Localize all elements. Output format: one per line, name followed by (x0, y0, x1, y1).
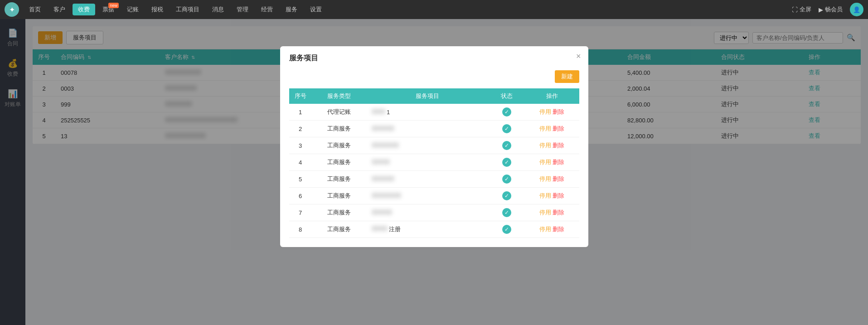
nav-home[interactable]: 首页 (24, 4, 46, 15)
modal-cell-type: 工商服务 (312, 171, 366, 188)
status-active-icon: ✓ (502, 225, 511, 234)
modal-col-op: 操作 (525, 88, 579, 104)
modal-cell-status: ✓ (489, 137, 525, 154)
modal-overlay: 服务项目 × 新建 序号 服务类型 服务项目 (25, 19, 868, 325)
user-avatar[interactable]: 👤 (850, 3, 863, 16)
status-active-icon: ✓ (502, 107, 511, 116)
delete-button[interactable]: 删除 (553, 209, 564, 217)
modal-col-seq: 序号 (289, 88, 312, 104)
modal-cell-type: 工商服务 (312, 221, 366, 238)
service-table: 序号 服务类型 服务项目 状态 操作 1 (289, 88, 579, 238)
app-logo: ✦ (5, 2, 19, 17)
modal-col-type: 服务类型 (312, 88, 366, 104)
modal-cell-type: 工商服务 (312, 121, 366, 137)
delete-button[interactable]: 删除 (553, 158, 564, 166)
stop-button[interactable]: 停用 (539, 225, 551, 233)
modal-body: 序号 服务类型 服务项目 状态 操作 1 (280, 88, 588, 247)
list-item: 1 代理记账 1 ✓ 停用 删除 (289, 104, 579, 121)
nav-shoufei[interactable]: 收费 (73, 4, 95, 15)
modal-cell-seq: 2 (289, 121, 312, 137)
service-modal: 服务项目 × 新建 序号 服务类型 服务项目 (280, 46, 588, 247)
modal-cell-seq: 1 (289, 104, 312, 121)
status-active-icon: ✓ (502, 124, 511, 133)
modal-cell-seq: 3 (289, 137, 312, 154)
modal-cell-item (366, 171, 489, 188)
nav-jizhang[interactable]: 记账 (121, 4, 144, 15)
status-active-icon: ✓ (502, 191, 511, 200)
list-item: 6 工商服务 ✓ 停用 删除 (289, 188, 579, 204)
delete-button[interactable]: 删除 (553, 108, 564, 116)
modal-cell-item (366, 154, 489, 171)
list-item: 3 工商服务 ✓ 停用 删除 (289, 137, 579, 154)
nav-client[interactable]: 客户 (48, 4, 71, 15)
modal-cell-type: 工商服务 (312, 154, 366, 171)
delete-button[interactable]: 删除 (553, 192, 564, 200)
modal-cell-item: 注册 (366, 221, 489, 238)
modal-cell-status: ✓ (489, 188, 525, 204)
modal-cell-item (366, 121, 489, 137)
modal-cell-seq: 5 (289, 171, 312, 188)
content-area: 新增 服务项目 进行中 全部 已完成 已终止 🔍 序号 (25, 19, 868, 325)
modal-cell-op: 停用 删除 (525, 121, 579, 137)
status-active-icon: ✓ (502, 208, 511, 217)
main-layout: 📄 合同 💰 收费 📊 对账单 新增 服务项目 进行中 全部 已完成 (0, 19, 868, 325)
logo-icon: ✦ (9, 5, 15, 14)
modal-cell-item (366, 204, 489, 221)
service-table-body: 1 代理记账 1 ✓ 停用 删除 (289, 104, 579, 238)
service-header-row: 序号 服务类型 服务项目 状态 操作 (289, 88, 579, 104)
list-item: 4 工商服务 ✓ 停用 删除 (289, 154, 579, 171)
vip-action[interactable]: ▶ 畅会员 (819, 5, 843, 14)
modal-cell-status: ✓ (489, 121, 525, 137)
new-badge: new (108, 3, 119, 8)
modal-cell-type: 代理记账 (312, 104, 366, 121)
modal-cell-status: ✓ (489, 171, 525, 188)
modal-cell-op: 停用 删除 (525, 204, 579, 221)
stop-button[interactable]: 停用 (539, 125, 551, 133)
list-item: 8 工商服务 注册 ✓ 停用 删除 (289, 221, 579, 238)
modal-new-button[interactable]: 新建 (555, 70, 579, 83)
stop-button[interactable]: 停用 (539, 192, 551, 200)
modal-cell-item (366, 137, 489, 154)
modal-cell-type: 工商服务 (312, 137, 366, 154)
list-item: 7 工商服务 ✓ 停用 删除 (289, 204, 579, 221)
modal-cell-op: 停用 删除 (525, 137, 579, 154)
modal-cell-op: 停用 删除 (525, 154, 579, 171)
status-active-icon: ✓ (502, 158, 511, 167)
stop-button[interactable]: 停用 (539, 141, 551, 150)
modal-cell-seq: 7 (289, 204, 312, 221)
avatar-icon: 👤 (853, 6, 860, 13)
delete-button[interactable]: 删除 (553, 125, 564, 133)
stop-button[interactable]: 停用 (539, 209, 551, 217)
stop-button[interactable]: 停用 (539, 108, 551, 116)
modal-cell-seq: 6 (289, 188, 312, 204)
list-item: 2 工商服务 ✓ 停用 删除 (289, 121, 579, 137)
vip-icon: ▶ (819, 6, 823, 13)
delete-button[interactable]: 删除 (553, 175, 564, 183)
modal-cell-status: ✓ (489, 154, 525, 171)
modal-cell-seq: 4 (289, 154, 312, 171)
nav-jingying[interactable]: 经营 (256, 4, 278, 15)
nav-baoshui[interactable]: 报税 (146, 4, 169, 15)
nav-menu: 首页 客户 收费 票据 new 记账 报税 工商项目 消息 管理 经营 服务 设… (24, 4, 327, 15)
service-table-header: 序号 服务类型 服务项目 状态 操作 (289, 88, 579, 104)
status-active-icon: ✓ (502, 175, 511, 184)
delete-button[interactable]: 删除 (553, 141, 564, 150)
list-item: 5 工商服务 ✓ 停用 删除 (289, 171, 579, 188)
modal-cell-status: ✓ (489, 104, 525, 121)
stop-button[interactable]: 停用 (539, 175, 551, 183)
nav-xiaoxi[interactable]: 消息 (207, 4, 229, 15)
nav-right-actions: ⛶ 全屏 ▶ 畅会员 👤 (792, 3, 863, 16)
nav-gongshang[interactable]: 工商项目 (170, 4, 205, 15)
delete-button[interactable]: 删除 (553, 225, 564, 233)
nav-piao[interactable]: 票据 new (97, 4, 120, 15)
status-active-icon: ✓ (502, 141, 511, 150)
nav-guanli[interactable]: 管理 (231, 4, 254, 15)
modal-cell-item: 1 (366, 104, 489, 121)
top-navigation: ✦ 首页 客户 收费 票据 new 记账 报税 工商项目 消息 管理 经营 服务… (0, 0, 868, 19)
modal-cell-op: 停用 删除 (525, 221, 579, 238)
fullscreen-action[interactable]: ⛶ 全屏 (792, 5, 811, 14)
nav-shezhi[interactable]: 设置 (305, 4, 327, 15)
stop-button[interactable]: 停用 (539, 158, 551, 166)
modal-close-button[interactable]: × (576, 52, 581, 61)
nav-fuwu[interactable]: 服务 (280, 4, 303, 15)
